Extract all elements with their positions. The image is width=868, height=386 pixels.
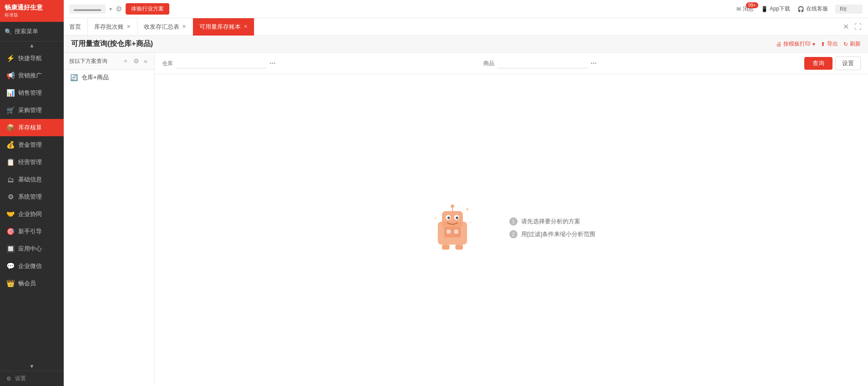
query-button[interactable]: 查询: [804, 57, 832, 70]
sidebar-item-purchase[interactable]: 🛒 采购管理: [0, 102, 64, 119]
sidebar-item-shortcuts[interactable]: ⚡ 快捷导航: [0, 50, 64, 67]
breadcrumb: ▬▬▬▬▬: [69, 5, 106, 14]
empty-row: ✦ ✦ ✦ 1 请先选择要分析的方案 2 用[过滤]条件来缩: [427, 203, 595, 257]
sidebar-scroll-up-button[interactable]: ▲: [0, 41, 64, 50]
scheme-item-warehouse-product[interactable]: 🔄 仓库+商品: [64, 70, 154, 85]
sidebar-item-operations[interactable]: 📋 经营管理: [0, 154, 64, 171]
page-title: 可用量查询(按仓库+商品): [71, 39, 153, 49]
app-download-button[interactable]: 📱 App下载: [761, 5, 790, 13]
add-scheme-button[interactable]: ＋: [121, 57, 130, 66]
export-button[interactable]: ⬆ 导出: [821, 40, 838, 48]
online-service-button[interactable]: 🎧 在线客服: [797, 5, 828, 13]
sidebar-item-label: 畅会员: [18, 279, 36, 288]
topbar-settings-icon[interactable]: ⚙: [116, 5, 122, 13]
sidebar-item-label: 库存核算: [18, 124, 42, 132]
scheme-icon: 🔄: [70, 74, 78, 81]
sidebar-item-sales[interactable]: 📊 销售管理: [0, 84, 64, 102]
sidebar-item-label: 企业协同: [18, 210, 42, 218]
sidebar-item-label: 采购管理: [18, 106, 42, 114]
sidebar-item-system[interactable]: ⚙ 系统管理: [0, 188, 64, 206]
sidebar-item-appcenter[interactable]: 🔲 应用中心: [0, 240, 64, 257]
sidebar-item-label: 新手引导: [18, 227, 42, 236]
trial-button[interactable]: 体验行业方案: [126, 3, 169, 15]
print-dropdown-icon[interactable]: ▾: [812, 41, 815, 47]
shortcuts-icon: ⚡: [6, 54, 15, 62]
user-avatar[interactable]: Rit: [835, 5, 863, 14]
product-filter-group: 商品 ···: [483, 59, 799, 68]
tab-summary-label: 收发存汇总表: [144, 23, 179, 31]
tip-number-2: 2: [509, 230, 518, 238]
tabs-close-button[interactable]: ✕: [842, 21, 850, 32]
scheme-settings-button[interactable]: ⚙: [132, 57, 141, 65]
sidebar-item-enterprise[interactable]: 🤝 企业协同: [0, 206, 64, 223]
app-icon: 📱: [761, 6, 768, 12]
print-button[interactable]: 🖨 按模板打印 ▾: [776, 40, 815, 48]
tab-batch[interactable]: 库存批次账 ✕: [88, 18, 137, 36]
finance-icon: 💰: [6, 141, 15, 149]
warehouse-label: 仓库: [162, 60, 173, 67]
page-header: 可用量查询(按仓库+商品) 🖨 按模板打印 ▾ ⬆ 导出 ↻ 刷新: [64, 36, 868, 53]
filter-settings-button[interactable]: 设置: [835, 57, 861, 70]
app-label: App下载: [770, 5, 790, 13]
tab-home-label: 首页: [69, 23, 81, 31]
sidebar-item-inventory[interactable]: 📦 库存核算: [0, 119, 64, 136]
message-icon: ✉: [736, 6, 741, 12]
sidebar-search-button[interactable]: 🔍 搜索菜单: [5, 26, 59, 37]
sales-icon: 📊: [6, 89, 15, 97]
sidebar-item-base[interactable]: 🗂 基础信息: [0, 171, 64, 188]
product-input[interactable]: [497, 59, 588, 68]
brand-name: 畅康通好生意: [5, 4, 43, 12]
sidebar-item-label: 资金管理: [18, 141, 42, 149]
sidebar-search-area: 🔍 搜索菜单: [0, 22, 64, 41]
message-badge: 99+: [746, 2, 758, 8]
tab-summary[interactable]: 收发存汇总表 ✕: [137, 18, 193, 36]
empty-tips: 1 请先选择要分析的方案 2 用[过滤]条件来缩小分析范围: [509, 217, 595, 243]
filter-bar: 仓库 ··· 商品 ··· 查询 设置: [155, 53, 868, 74]
sidebar-item-marketing[interactable]: 📢 营销推广: [0, 67, 64, 84]
svg-rect-7: [447, 230, 451, 234]
left-panel-title: 按以下方案查询: [69, 57, 107, 65]
left-panel-header: 按以下方案查询 ＋ ⚙ «: [64, 53, 154, 70]
empty-tip-2: 2 用[过滤]条件来缩小分析范围: [509, 230, 595, 238]
sidebar: 畅康通好生意 标准版 🔍 搜索菜单 ▲ ⚡ 快捷导航 📢 营销推广 📊 销售管理…: [0, 0, 64, 386]
refresh-button[interactable]: ↻ 刷新: [843, 40, 861, 48]
tab-home[interactable]: 首页: [69, 18, 88, 36]
warehouse-more-icon[interactable]: ···: [269, 59, 275, 67]
product-more-icon[interactable]: ···: [591, 59, 597, 67]
svg-text:✦: ✦: [469, 221, 472, 225]
empty-tip-1: 1 请先选择要分析的方案: [509, 217, 595, 226]
sidebar-item-label: 营销推广: [18, 72, 42, 80]
right-main: 仓库 ··· 商品 ··· 查询 设置: [155, 53, 868, 386]
warehouse-input[interactable]: [176, 59, 267, 68]
base-icon: 🗂: [6, 176, 15, 184]
topbar-dropdown-arrow[interactable]: ▾: [109, 6, 112, 12]
tip-text-1: 请先选择要分析的方案: [521, 217, 580, 226]
message-button[interactable]: ✉ 消息 99+: [736, 5, 754, 13]
refresh-label: 刷新: [850, 40, 861, 48]
export-icon: ⬆: [821, 41, 825, 47]
breadcrumb-text: ▬▬▬▬▬: [74, 6, 101, 12]
sidebar-bottom[interactable]: ⚙ 设置: [0, 371, 64, 386]
purchase-icon: 🛒: [6, 106, 15, 114]
tab-summary-close-icon[interactable]: ✕: [182, 24, 186, 30]
empty-illustration: ✦ ✦ ✦: [427, 203, 482, 257]
sidebar-menu: ⚡ 快捷导航 📢 营销推广 📊 销售管理 🛒 采购管理 📦 库存核算 💰 资金管…: [0, 50, 64, 362]
marketing-icon: 📢: [6, 72, 15, 80]
sidebar-item-wechat[interactable]: 💬 企业微信: [0, 257, 64, 275]
export-label: 导出: [827, 40, 838, 48]
warehouse-filter-group: 仓库 ···: [162, 59, 478, 68]
guide-icon: 🎯: [6, 227, 15, 236]
tab-available[interactable]: 可用量库存账本 ✕: [193, 18, 254, 36]
tab-available-close-icon[interactable]: ✕: [244, 24, 248, 30]
collapse-panel-button[interactable]: «: [142, 57, 149, 65]
empty-state: ✦ ✦ ✦ 1 请先选择要分析的方案 2 用[过滤]条件来缩: [155, 74, 868, 386]
tab-batch-close-icon[interactable]: ✕: [127, 24, 131, 30]
svg-point-5: [456, 216, 458, 219]
sidebar-item-member[interactable]: 👑 畅会员: [0, 275, 64, 292]
sidebar-item-finance[interactable]: 💰 资金管理: [0, 136, 64, 154]
sidebar-item-label: 系统管理: [18, 193, 42, 201]
sidebar-item-guide[interactable]: 🎯 新手引导: [0, 223, 64, 240]
topbar: ▬▬▬▬▬ ▾ ⚙ 体验行业方案 ✉ 消息 99+ 📱 App下载 🎧 在线客服…: [64, 0, 868, 18]
tabs-expand-button[interactable]: ⛶: [853, 22, 863, 32]
sidebar-scroll-down-button[interactable]: ▼: [0, 362, 64, 371]
